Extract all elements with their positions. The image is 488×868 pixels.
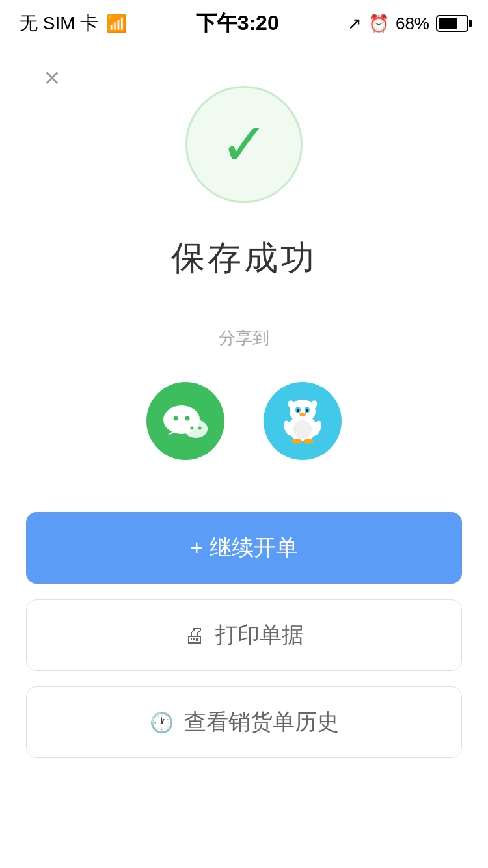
- svg-point-11: [297, 409, 299, 412]
- main-content: ✓ 保存成功 分享到: [0, 47, 488, 758]
- close-icon: ×: [44, 64, 61, 92]
- wechat-share-button[interactable]: [146, 382, 224, 460]
- svg-point-17: [303, 439, 314, 444]
- history-label: 查看销货单历史: [184, 707, 339, 737]
- status-right: ↗ ⏰ 68%: [347, 14, 468, 34]
- history-button[interactable]: 🕐 查看销货单历史: [26, 686, 462, 758]
- battery-icon: [436, 15, 468, 32]
- history-icon: 🕐: [150, 711, 174, 734]
- qq-icon: [284, 398, 321, 444]
- svg-point-3: [185, 416, 190, 421]
- continue-order-button[interactable]: + 继续开单: [26, 512, 462, 584]
- svg-point-5: [198, 427, 202, 430]
- qq-share-button[interactable]: [264, 382, 342, 460]
- status-left: 无 SIM 卡 📶: [20, 11, 127, 36]
- action-buttons: + 继续开单 🖨 打印单据 🕐 查看销货单历史: [0, 512, 488, 758]
- wechat-icon: [162, 401, 209, 441]
- alarm-icon: ⏰: [368, 14, 389, 34]
- location-icon: ↗: [347, 14, 362, 34]
- svg-point-8: [293, 420, 312, 439]
- continue-label: + 继续开单: [190, 533, 297, 563]
- battery-percent: 68%: [396, 14, 429, 34]
- print-icon: 🖨: [184, 623, 205, 647]
- share-buttons-group: [146, 382, 342, 460]
- svg-point-1: [184, 420, 208, 438]
- share-label: 分享到: [203, 327, 285, 349]
- print-button[interactable]: 🖨 打印单据: [26, 599, 462, 671]
- status-time: 下午3:20: [196, 9, 279, 38]
- success-title: 保存成功: [171, 236, 317, 281]
- share-divider: 分享到: [0, 327, 488, 349]
- svg-point-16: [291, 439, 302, 444]
- success-check-circle: ✓: [185, 86, 303, 203]
- no-sim-label: 无 SIM 卡: [20, 11, 98, 36]
- wifi-icon: 📶: [106, 14, 127, 34]
- svg-point-13: [299, 413, 306, 416]
- divider-line-right: [285, 338, 449, 338]
- divider-line-left: [39, 338, 203, 338]
- svg-point-2: [174, 416, 178, 421]
- print-label: 打印单据: [215, 620, 304, 650]
- status-bar: 无 SIM 卡 📶 下午3:20 ↗ ⏰ 68%: [0, 0, 488, 47]
- close-button[interactable]: ×: [33, 59, 72, 98]
- svg-point-4: [191, 427, 194, 430]
- checkmark-icon: ✓: [220, 115, 269, 174]
- svg-point-12: [306, 409, 308, 412]
- battery-fill: [439, 18, 457, 29]
